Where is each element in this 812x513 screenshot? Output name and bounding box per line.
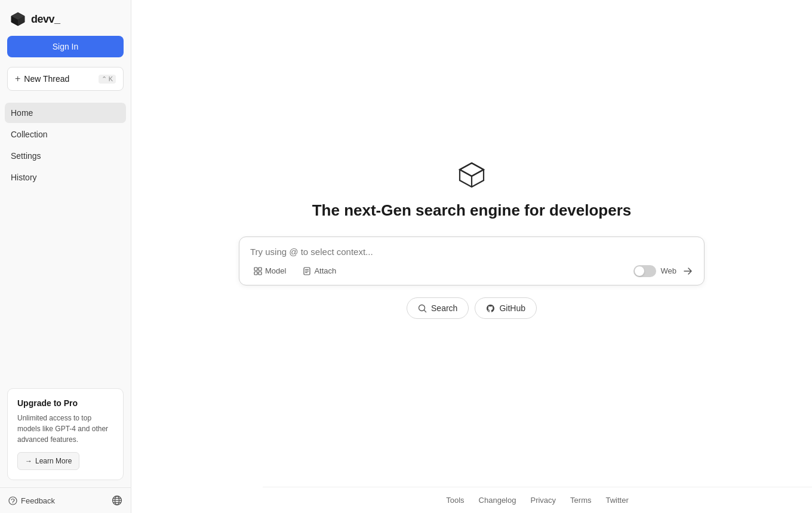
arrow-right-icon: → (25, 457, 32, 465)
attach-button[interactable]: Attach (299, 264, 340, 278)
sidebar-navigation: HomeCollectionSettingsHistory (0, 103, 131, 188)
svg-point-15 (419, 305, 425, 311)
footer-link-tools[interactable]: Tools (446, 496, 464, 505)
search-input[interactable] (250, 247, 693, 257)
upgrade-description: Unlimited access to top models like GPT-… (17, 413, 113, 445)
hero-title: The next-Gen search engine for developer… (312, 201, 632, 220)
svg-rect-10 (259, 272, 262, 275)
language-button[interactable] (112, 495, 122, 506)
feedback-button[interactable]: Feedback (8, 496, 55, 505)
footer-link-changelog[interactable]: Changelog (479, 496, 516, 505)
search-box: Model Attach Web (239, 236, 705, 285)
github-quick-button[interactable]: GitHub (475, 297, 537, 319)
svg-rect-8 (259, 268, 262, 271)
devv-logo-icon (10, 11, 26, 27)
model-label: Model (265, 266, 286, 275)
web-toggle-track[interactable] (633, 265, 656, 277)
svg-line-16 (425, 310, 426, 312)
learn-more-label: Learn More (35, 457, 72, 465)
model-icon (254, 267, 262, 275)
app-name: devv_ (31, 13, 60, 26)
footer-link-terms[interactable]: Terms (570, 496, 591, 505)
toolbar-right: Web (633, 265, 694, 277)
hero-icon (455, 158, 488, 192)
search-quick-label: Search (431, 303, 457, 313)
web-toggle-thumb (635, 266, 644, 276)
github-icon (486, 304, 495, 313)
new-thread-label: New Thread (24, 74, 69, 84)
feedback-icon (8, 496, 17, 505)
sidebar-item-collection[interactable]: Collection (5, 124, 126, 145)
github-quick-label: GitHub (499, 303, 525, 313)
arrow-right-icon (682, 266, 693, 277)
sidebar-item-settings[interactable]: Settings (5, 146, 126, 166)
feedback-label: Feedback (21, 496, 55, 505)
svg-point-0 (9, 497, 17, 505)
footer: ToolsChangelogPrivacyTermsTwitter (263, 487, 812, 513)
sign-in-button[interactable]: Sign In (7, 36, 124, 57)
new-thread-shortcut: ⌃ K (99, 75, 116, 84)
globe-icon (112, 495, 122, 506)
search-toolbar-left: Model Attach (250, 264, 340, 278)
sidebar-item-history[interactable]: History (5, 167, 126, 188)
submit-button[interactable] (682, 266, 693, 277)
sidebar-footer: Feedback (0, 487, 131, 513)
web-toggle: Web (633, 265, 677, 277)
quick-actions: Search GitHub (407, 297, 537, 319)
search-quick-button[interactable]: Search (407, 297, 469, 319)
svg-rect-7 (254, 268, 257, 271)
sidebar-item-home[interactable]: Home (5, 103, 126, 123)
sidebar-logo: devv_ (0, 0, 131, 36)
svg-point-1 (13, 502, 13, 503)
model-button[interactable]: Model (250, 264, 290, 278)
svg-rect-9 (254, 272, 257, 275)
plus-icon: + (15, 73, 20, 84)
attach-label: Attach (314, 266, 336, 275)
footer-link-privacy[interactable]: Privacy (530, 496, 556, 505)
main-content: The next-Gen search engine for developer… (131, 0, 812, 513)
upgrade-title: Upgrade to Pro (17, 398, 113, 408)
upgrade-card: Upgrade to Pro Unlimited access to top m… (7, 388, 124, 480)
search-toolbar: Model Attach Web (250, 264, 693, 278)
footer-link-twitter[interactable]: Twitter (605, 496, 628, 505)
web-label: Web (661, 266, 677, 275)
new-thread-button[interactable]: + New Thread ⌃ K (7, 67, 124, 91)
sidebar-bottom: Upgrade to Pro Unlimited access to top m… (0, 381, 131, 513)
hero-section: The next-Gen search engine for developer… (312, 158, 632, 220)
learn-more-button[interactable]: → Learn More (17, 452, 79, 470)
attach-icon (303, 267, 311, 275)
sidebar: devv_ Sign In + New Thread ⌃ K HomeColle… (0, 0, 131, 513)
search-quick-icon (418, 304, 427, 313)
new-thread-left: + New Thread (15, 73, 69, 84)
